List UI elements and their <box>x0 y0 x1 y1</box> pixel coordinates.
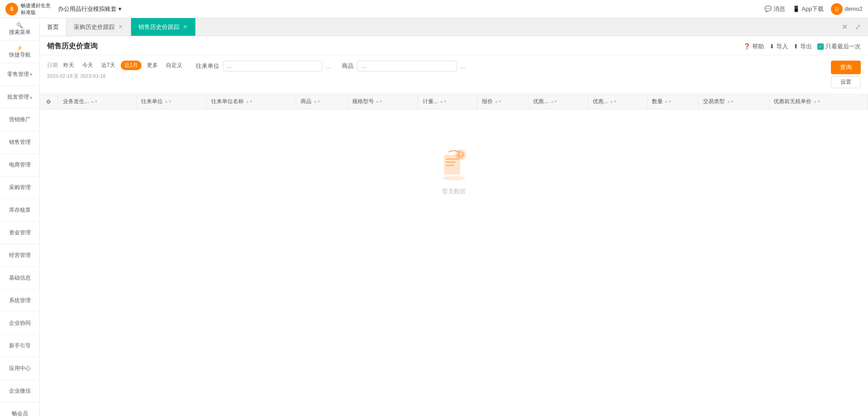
th-discount1[interactable]: 优惠... ▲▼ <box>528 94 588 109</box>
from-unit-input[interactable] <box>223 61 322 71</box>
maximize-button[interactable]: ⤢ <box>853 22 863 32</box>
export-icon: ⬆ <box>793 43 798 50</box>
goods-input[interactable] <box>357 61 457 71</box>
date-option-today[interactable]: 今天 <box>80 61 96 70</box>
date-range-text: 2023-02-18 至 2023-03-18 <box>47 73 185 80</box>
th-spec[interactable]: 规格型号 ▲▼ <box>347 94 418 109</box>
sidebar-item-wholesale-mgmt[interactable]: 批发管理 ▴ <box>0 86 39 109</box>
tab-controls: ✕ ⤢ <box>840 22 868 32</box>
table-header-row: ⚙ 业务发生... ▲▼ 往来单位 ▲▼ <box>40 94 868 109</box>
th-trade-type[interactable]: 交易类型 ▲▼ <box>698 94 769 109</box>
date-option-7days[interactable]: 近7天 <box>99 61 118 70</box>
import-button[interactable]: ⬇ 导入 <box>769 43 788 51</box>
sidebar-item-purchase[interactable]: 采购管理 <box>0 176 39 199</box>
search-icon: 🔍 <box>16 22 23 28</box>
th-gear[interactable]: ⚙ <box>40 94 58 109</box>
only-last-checkbox[interactable]: ✓ 只看最后一次 <box>817 43 861 51</box>
date-label: 日期 <box>47 62 58 69</box>
chevron-down-icon: ▾ <box>118 5 122 12</box>
th-biz-date[interactable]: 业务发生... ▲▼ <box>58 94 136 109</box>
sidebar-item-sales-mgmt[interactable]: 销售管理 <box>0 131 39 154</box>
filter-inputs-area: 往来单位 ... 商品 ... <box>196 61 820 71</box>
sort-icon: ▲▼ <box>726 100 734 104</box>
th-unit-name[interactable]: 往来单位名称 ▲▼ <box>207 94 296 109</box>
avatar: D <box>831 3 843 15</box>
sort-icon: ▲▼ <box>495 100 502 104</box>
date-option-custom[interactable]: 自定义 <box>163 61 185 70</box>
logo-icon: 6 <box>5 3 18 15</box>
sort-icon: ▲▼ <box>245 100 253 104</box>
date-option-yesterday[interactable]: 昨天 <box>61 61 77 70</box>
tab-sales-history[interactable]: 销售历史价跟踪 ✕ <box>131 18 196 36</box>
content-area: 首页 采购历史价跟踪 ✕ 销售历史价跟踪 ✕ ✕ ⤢ 销售历史价查询 <box>40 18 868 418</box>
filter-bar: 日期 昨天 今天 近7天 近1月 更多 自定义 2023-02-18 至 202… <box>40 55 868 94</box>
sidebar-item-ecommerce[interactable]: 电商管理 <box>0 154 39 176</box>
from-unit-label: 往来单位 <box>196 62 219 70</box>
sidebar-item-inventory[interactable]: 库存核算 <box>0 199 39 222</box>
logo-area: 6 畅捷通好生意 标准版 <box>5 2 51 15</box>
msg-button[interactable]: 💬 消息 <box>764 5 785 13</box>
data-table: ⚙ 业务发生... ▲▼ 往来单位 ▲▼ <box>40 94 868 109</box>
sidebar-item-finance[interactable]: 资金管理 <box>0 222 39 244</box>
date-filter-group: 日期 昨天 今天 近7天 近1月 更多 自定义 2023-02-18 至 202… <box>47 61 185 80</box>
th-goods[interactable]: 商品 ▲▼ <box>296 94 348 109</box>
settings-button[interactable]: 设置 <box>831 76 861 88</box>
export-button[interactable]: ⬆ 导出 <box>793 43 812 51</box>
sidebar-item-enterprise-collab[interactable]: 企业协同 <box>0 312 39 335</box>
phone-icon: 📱 <box>793 5 800 12</box>
sort-icon: ▲▼ <box>376 100 383 104</box>
goods-filter: 商品 ... <box>342 61 465 71</box>
sidebar-item-marketing[interactable]: 营销推广 <box>0 109 39 131</box>
sidebar-item-member[interactable]: 畅会员 <box>0 403 39 418</box>
th-qty[interactable]: 数量 ▲▼ <box>647 94 698 109</box>
message-icon: 💬 <box>764 5 772 12</box>
goods-label: 商品 <box>342 62 354 70</box>
page-content: 销售历史价查询 ❓ 帮助 ⬇ 导入 ⬆ 导出 ✓ <box>40 36 868 418</box>
filter-right-buttons: 查询 设置 <box>831 61 861 88</box>
sidebar-item-system[interactable]: 系统管理 <box>0 290 39 312</box>
tab-close-sales[interactable]: ✕ <box>182 23 188 31</box>
sidebar-item-basic-info[interactable]: 基础信息 <box>0 267 39 290</box>
from-unit-dots: ... <box>326 63 331 70</box>
th-unit-code[interactable]: 往来单位 ▲▼ <box>136 94 207 109</box>
th-quote-price[interactable]: 报价 ▲▼ <box>477 94 528 109</box>
svg-text:?: ? <box>459 152 462 157</box>
empty-state: ? 暂无数据 <box>40 109 868 232</box>
th-pre-tax-price[interactable]: 优惠前无税单价 ▲▼ <box>769 94 868 109</box>
sidebar-item-quick-nav[interactable]: ⚡ 快捷导航 <box>0 41 39 63</box>
close-tab-button[interactable]: ✕ <box>840 22 849 32</box>
date-option-more[interactable]: 更多 <box>144 61 160 70</box>
sidebar-item-app-center[interactable]: 应用中心 <box>0 357 39 380</box>
app-download-button[interactable]: 📱 App下载 <box>793 5 824 13</box>
user-menu[interactable]: D demo2 <box>831 3 863 15</box>
query-button[interactable]: 查询 <box>831 61 861 74</box>
svg-point-0 <box>443 176 465 180</box>
svg-rect-4 <box>446 165 454 166</box>
main-layout: 🔍 搜索菜单 ⚡ 快捷导航 零售管理 ▾ 批发管理 ▴ 营销推广 销售管理 电商… <box>0 18 868 418</box>
sort-icon: ▲▼ <box>165 100 172 104</box>
table-container: ⚙ 业务发生... ▲▼ 往来单位 ▲▼ <box>40 94 868 418</box>
import-icon: ⬇ <box>769 43 774 50</box>
help-button[interactable]: ❓ 帮助 <box>743 43 764 51</box>
from-unit-filter: 往来单位 ... <box>196 61 331 71</box>
nav-icon: ⚡ <box>16 45 23 51</box>
th-unit[interactable]: 计量... ▲▼ <box>418 94 477 109</box>
th-discount2[interactable]: 优惠... ▲▼ <box>588 94 647 109</box>
sidebar-item-operations[interactable]: 经营管理 <box>0 244 39 267</box>
sidebar-item-enterprise-wechat[interactable]: 企业微信 <box>0 380 39 403</box>
page-actions: ❓ 帮助 ⬇ 导入 ⬆ 导出 ✓ 只看最后一次 <box>743 43 861 51</box>
sidebar-item-new-guide[interactable]: 新手引导 <box>0 335 39 357</box>
tab-purchase-history[interactable]: 采购历史价跟踪 ✕ <box>66 18 131 36</box>
tab-close-purchase[interactable]: ✕ <box>118 23 123 31</box>
chevron-up-icon: ▴ <box>30 95 32 100</box>
app-selector[interactable]: 办公用品行业模拟账套 ▾ <box>54 3 125 15</box>
tab-home[interactable]: 首页 <box>40 18 66 36</box>
sidebar-item-search-menu[interactable]: 🔍 搜索菜单 <box>0 18 39 41</box>
page-title: 销售历史价查询 <box>47 42 98 51</box>
date-option-1month[interactable]: 近1月 <box>121 61 142 70</box>
checkbox-icon: ✓ <box>817 43 824 50</box>
page-header: 销售历史价查询 ❓ 帮助 ⬇ 导入 ⬆ 导出 ✓ <box>40 36 868 55</box>
sidebar-item-retail-mgmt[interactable]: 零售管理 ▾ <box>0 63 39 86</box>
sort-icon: ▲▼ <box>610 100 617 104</box>
sidebar: 🔍 搜索菜单 ⚡ 快捷导航 零售管理 ▾ 批发管理 ▴ 营销推广 销售管理 电商… <box>0 18 40 418</box>
